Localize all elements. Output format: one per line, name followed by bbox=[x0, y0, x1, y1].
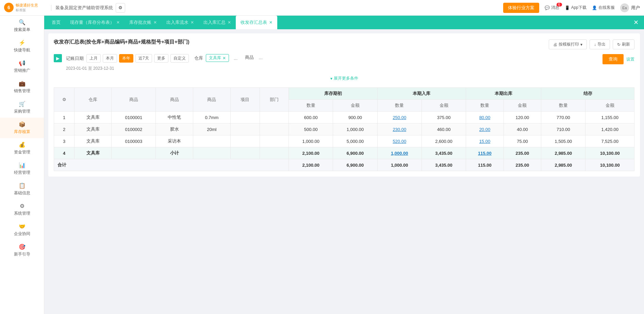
date-filter-section: 记账日期 上月 本月 本年 近7天 更多 自定义 bbox=[66, 54, 189, 63]
warehouse-tag-close-icon[interactable]: ✕ bbox=[222, 56, 226, 61]
sidebar-item-quick-nav-label: 快捷导航 bbox=[14, 47, 30, 53]
date-custom-button[interactable]: 自定义 bbox=[170, 54, 189, 63]
row-in-qty[interactable]: 250.00 bbox=[377, 112, 422, 123]
row-goods-name: 中性笔 bbox=[156, 112, 193, 123]
refresh-button[interactable]: ↻ 刷新 bbox=[613, 39, 634, 49]
tab-home[interactable]: 首页 bbox=[47, 16, 65, 29]
search-icon: 🔍 bbox=[19, 19, 26, 26]
date-this-year-button[interactable]: 本年 bbox=[119, 54, 133, 63]
sidebar-item-purchase[interactable]: 🛒 采购管理 bbox=[0, 97, 44, 118]
quick-nav-icon: ⚡ bbox=[19, 39, 26, 46]
message-button[interactable]: 💬 消息 6 bbox=[545, 5, 559, 11]
col-group-open-header: 库存期初 bbox=[289, 88, 378, 100]
date-last-month-button[interactable]: 上月 bbox=[86, 54, 101, 63]
print-chevron-icon: ▾ bbox=[580, 42, 582, 47]
col-settings-header[interactable]: ⚙ bbox=[54, 88, 75, 112]
sidebar-item-inventory[interactable]: 📦 库存核算 bbox=[0, 118, 44, 138]
row-in-qty[interactable]: 1,000.00 bbox=[377, 147, 422, 159]
date-filter: 上月 本月 本年 近7天 更多 自定义 bbox=[86, 54, 189, 63]
trial-button[interactable]: 体验行业方案 bbox=[503, 3, 539, 13]
app-download-button[interactable]: 📱 App下载 bbox=[565, 5, 587, 11]
sidebar-item-guide[interactable]: 🎯 新手引导 bbox=[0, 240, 44, 261]
tab-stock-dist[interactable]: 现存量（库存分布表） ✕ bbox=[65, 16, 125, 29]
export-button[interactable]: ↓ 导出 bbox=[590, 39, 610, 49]
tab-summary-close-icon[interactable]: ✕ bbox=[228, 20, 231, 25]
goods-dots-button[interactable]: ... bbox=[257, 54, 265, 61]
page-title: 收发存汇总表(按仓库+商品编码+商品+规格型号+项目+部门) bbox=[54, 39, 189, 45]
warehouse-dots-button[interactable]: ... bbox=[232, 55, 240, 62]
sidebar-item-finance-label: 资金管理 bbox=[14, 149, 30, 155]
date-more-button[interactable]: 更多 bbox=[154, 54, 168, 63]
top-icon-group: 💬 消息 6 📱 App下载 👤 在线客服 Ea 用户 bbox=[545, 3, 640, 12]
date-filter-label: 记账日期 bbox=[66, 55, 84, 62]
top-bar: 6 畅捷通好生意 标准版 装备及固定资产辅助管理系统 ⚙ 体验行业方案 💬 消息… bbox=[0, 0, 644, 16]
row-goods-spec bbox=[193, 147, 230, 159]
row-out-amt: 120.00 bbox=[503, 112, 541, 123]
row-out-qty[interactable]: 115.00 bbox=[466, 147, 504, 159]
collapse-filter-button[interactable]: ▶ bbox=[54, 54, 62, 62]
row-goods-code: 0100001 bbox=[112, 112, 156, 123]
export-label: 导出 bbox=[597, 42, 606, 47]
sidebar-item-marketing[interactable]: 📢 营销推广 bbox=[0, 56, 44, 77]
row-project bbox=[231, 147, 260, 159]
expand-conditions-button[interactable]: ▾ 展开更多条件 bbox=[54, 73, 634, 83]
col-group-in-header: 本期入库 bbox=[377, 88, 466, 100]
sidebar-item-search[interactable]: 🔍 搜索菜单 bbox=[0, 16, 44, 36]
col-project-header: 项目 bbox=[231, 88, 260, 112]
tab-bar-close-button[interactable]: ✕ bbox=[631, 19, 641, 26]
logo-icon: 6 bbox=[4, 3, 14, 12]
row-end-amt: 1,420.00 bbox=[585, 123, 634, 135]
footer-end-qty: 2,985.00 bbox=[541, 159, 585, 171]
online-service-button[interactable]: 👤 在线客服 bbox=[592, 5, 615, 11]
row-in-qty[interactable]: 230.00 bbox=[377, 123, 422, 135]
query-button[interactable]: 查询 bbox=[602, 54, 624, 64]
row-dept bbox=[260, 112, 289, 123]
sidebar-item-basic-info[interactable]: 📋 基础信息 bbox=[0, 179, 44, 199]
user-label: 用户 bbox=[631, 5, 640, 11]
row-open-qty: 2,100.00 bbox=[289, 147, 333, 159]
tab-flow-close-icon[interactable]: ✕ bbox=[191, 20, 194, 25]
settings-gear-button[interactable]: ⚙ bbox=[116, 3, 125, 13]
row-out-qty[interactable]: 20.00 bbox=[466, 123, 504, 135]
sidebar-item-sales[interactable]: 💼 销售管理 bbox=[0, 77, 44, 97]
tab-recv-send[interactable]: 收发存汇总表 ✕ bbox=[236, 16, 277, 29]
sidebar-item-system-label: 系统管理 bbox=[14, 211, 30, 216]
row-warehouse: 文具库 bbox=[75, 123, 112, 135]
sidebar-item-system[interactable]: ⚙ 系统管理 bbox=[0, 199, 44, 220]
row-end-amt: 10,100.00 bbox=[585, 147, 634, 159]
col-dept-header: 部门 bbox=[260, 88, 289, 112]
row-out-qty[interactable]: 15.00 bbox=[466, 135, 504, 147]
sidebar-item-finance[interactable]: 💰 资金管理 bbox=[0, 138, 44, 159]
row-out-qty[interactable]: 80.00 bbox=[466, 112, 504, 123]
tab-flow[interactable]: 出入库流水 ✕ bbox=[162, 16, 199, 29]
row-end-qty: 1,505.00 bbox=[541, 135, 585, 147]
date-this-month-button[interactable]: 本月 bbox=[103, 54, 117, 63]
user-area[interactable]: Ea 用户 bbox=[620, 3, 640, 12]
tab-batch-close-icon[interactable]: ✕ bbox=[153, 20, 157, 25]
col-group-end-header: 结存 bbox=[541, 88, 634, 100]
tab-summary[interactable]: 出入库汇总 ✕ bbox=[199, 16, 236, 29]
row-in-qty[interactable]: 520.00 bbox=[377, 135, 422, 147]
row-warehouse: 文具库 bbox=[75, 147, 112, 159]
date-7days-button[interactable]: 近7天 bbox=[135, 54, 152, 63]
sidebar-item-quick-nav[interactable]: ⚡ 快捷导航 bbox=[0, 36, 44, 56]
col-out-qty-header: 数量 bbox=[466, 100, 504, 112]
print-template-button[interactable]: 🖨 按模板打印 ▾ bbox=[549, 39, 587, 49]
sidebar-item-enterprise-label: 企业协同 bbox=[14, 231, 30, 237]
row-open-amt: 6,900.00 bbox=[333, 147, 377, 159]
row-dept bbox=[260, 135, 289, 147]
sidebar-item-operations[interactable]: 📊 经营管理 bbox=[0, 159, 44, 179]
row-dept bbox=[260, 123, 289, 135]
col-open-amt-header: 金额 bbox=[333, 100, 377, 112]
row-warehouse: 文具库 bbox=[75, 135, 112, 147]
tab-batch[interactable]: 库存批次账 ✕ bbox=[125, 16, 162, 29]
table-row: 2文具库0100002胶水20ml500.001,000.00230.00460… bbox=[54, 123, 634, 135]
tab-recv-send-close-icon[interactable]: ✕ bbox=[269, 20, 273, 25]
tab-stock-dist-close-icon[interactable]: ✕ bbox=[116, 20, 120, 25]
footer-out-amt: 235.00 bbox=[503, 159, 541, 171]
row-end-qty: 770.00 bbox=[541, 112, 585, 123]
row-open-qty: 500.00 bbox=[289, 123, 333, 135]
sidebar-item-enterprise[interactable]: 🤝 企业协同 bbox=[0, 220, 44, 240]
settings-link[interactable]: 设置 bbox=[626, 56, 634, 62]
print-template-label: 按模板打印 bbox=[559, 42, 579, 47]
